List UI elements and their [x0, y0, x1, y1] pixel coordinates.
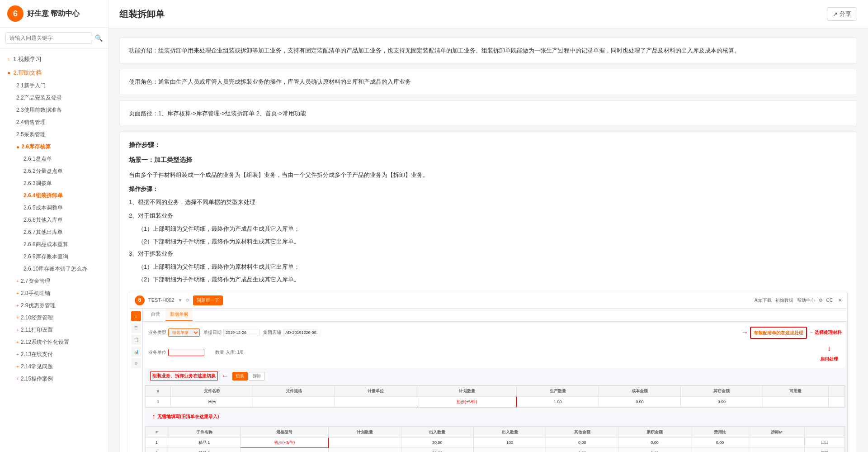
sidebar-header: 6 好生意 帮助中心	[0, 0, 108, 28]
scenario1-title: 场景一：加工类型选择	[129, 154, 848, 166]
mock-tab-new[interactable]: 新增单据	[165, 309, 193, 321]
annotation-type-switch: 组装业务、拆卸业务在这里切换	[150, 371, 218, 381]
sidebar: 6 好生意 帮助中心 🔍 + 1.视频学习 ● 2.帮助文档 2.1新手入门 2…	[0, 0, 108, 452]
sidebar-item-splitstock[interactable]: 2.6.2分量盘点单	[0, 165, 108, 177]
annotation-select-material: → 选择处理材料	[809, 328, 842, 337]
sidebar-item-finance[interactable]: + 2.7资金管理	[0, 275, 108, 287]
path-text: 页面路径：1、库存核算->库存管理->组装拆卸单 2、首页->常用功能	[129, 110, 306, 117]
annotation-bom: 有装配清单的在这里处理	[754, 330, 803, 335]
share-button[interactable]: ↗ 分享	[827, 7, 857, 21]
sidebar-item-sales[interactable]: 2.4销售管理	[0, 116, 108, 128]
mock-top-btn: 问题群一下	[193, 295, 223, 305]
sidebar-item-costrecalc[interactable]: 2.6.8商品成本重算	[0, 238, 108, 251]
search-input[interactable]	[5, 32, 92, 44]
app-title: 好生意 帮助中心	[27, 9, 80, 19]
sidebar-item-stockerror[interactable]: 2.6.10库存账本错了怎么办	[0, 263, 108, 275]
sidebar-item-stocktake[interactable]: 2.6.1盘点单	[0, 153, 108, 165]
scenario1-desc: 当由多个子件材料组装成一个成品的业务为【组装】业务，当由一个父件拆分成多个子产品…	[129, 170, 848, 180]
app-logo: 6	[7, 5, 24, 22]
mock-date-input[interactable]	[223, 329, 259, 336]
step3-2: （2）下部明细为子件明细，最终作为产成品生成其它入库单。	[129, 274, 848, 285]
role-text: 使用角色：通常由生产人员或库管人员完成拆装业务的操作，库管人员确认原材料的出库和…	[129, 78, 411, 85]
sidebar-item-docs[interactable]: ● 2.帮助文档	[0, 66, 108, 80]
sidebar-item-costadj[interactable]: 2.6.5成本调整单	[0, 202, 108, 214]
sidebar-item-payment[interactable]: + 2.13在线支付	[0, 348, 108, 361]
annotation-fill-hint: 无需地填写(旧清单在这里录入)	[157, 413, 219, 421]
sidebar-item-otheroutbound[interactable]: 2.6.7其他出库单	[0, 226, 108, 238]
main-area: 组装拆卸单 ↗ 分享 功能介绍：组装拆卸单用来处理企业组装或拆卸等加工业务，支持…	[108, 0, 868, 452]
mock-tab-self[interactable]: 自营	[146, 309, 165, 321]
sidebar-item-cases[interactable]: + 2.15操作案例	[0, 373, 108, 385]
steps-label: 操作步骤：	[129, 184, 848, 194]
mock-lower-table-container: # 子件名称 规格型号 计划数量 出入数量 出入数量 其他金额 累积金额	[145, 426, 845, 452]
sidebar-item-data[interactable]: 2.3使用前数据准备	[0, 104, 108, 116]
sidebar-item-faq[interactable]: + 2.14常见问题	[0, 361, 108, 373]
step3-1: （1）上部明细为父件明细，最终作为原材料生成其它出库单；	[129, 262, 848, 272]
mock-upper-table: # 父件名称 父件规格 计量单位 计划数量 生产数量 成本金额 其它金额	[145, 385, 845, 407]
sidebar-item-ops[interactable]: + 2.10经营管理	[0, 312, 108, 324]
share-icon: ↗	[833, 11, 838, 18]
sidebar-item-coupon[interactable]: + 2.9优惠券管理	[0, 300, 108, 312]
mock-business-type[interactable]: 组装单据 拆卸单据	[168, 328, 200, 337]
mock-assembly-btn[interactable]: 组装	[232, 372, 248, 381]
sidebar-item-new[interactable]: 2.1新手入门	[0, 80, 108, 92]
sidebar-item-transfer[interactable]: 2.6.3调拨单	[0, 177, 108, 190]
main-header: 组装拆卸单 ↗ 分享	[108, 0, 868, 29]
role-card: 使用角色：通常由生产人员或库管人员完成拆装业务的操作，库管人员确认原材料的出库和…	[119, 69, 857, 95]
mock-upper-table-container: # 父件名称 父件规格 计量单位 计划数量 生产数量 成本金额 其它金额	[145, 385, 845, 407]
mock-top-right: App下载 初始数据 帮助中心 ⚙ CC ✕	[755, 296, 842, 305]
sidebar-item-stockcheck[interactable]: 2.6.9库存账本查询	[0, 251, 108, 263]
search-box: 🔍	[0, 28, 108, 49]
page-title: 组装拆卸单	[119, 8, 165, 20]
mock-company: TEST-H002	[148, 296, 174, 305]
mock-lower-table: # 子件名称 规格型号 计划数量 出入数量 出入数量 其他金额 累积金额	[145, 427, 845, 452]
mock-disassembly-btn[interactable]: 拆卸	[249, 372, 265, 381]
sidebar-item-otherinbound[interactable]: 2.6.6其他入库单	[0, 214, 108, 226]
step2-1: （1）上部明细为父件明细，最终作为产成品生成其它入库单；	[129, 224, 848, 234]
mock-topbar: 6 TEST-H002 ▼ ⟳ 问题群一下 App下载 初始数据 帮助中心 ⚙ …	[129, 292, 847, 309]
mock-sidebar-icon-3: 📊	[131, 347, 141, 357]
step1: 1、根据不同的业务，选择不同单据的类型来处理	[129, 197, 848, 207]
screenshot-container: 6 TEST-H002 ▼ ⟳ 问题群一下 App下载 初始数据 帮助中心 ⚙ …	[129, 292, 848, 452]
step2: 2、对于组装业务	[129, 210, 848, 221]
sidebar-item-mobile[interactable]: + 2.8手机旺铺	[0, 287, 108, 300]
intro-text: 功能介绍：组装拆卸单用来处理企业组装或拆卸等加工业务，支持有固定装配清单的产品加…	[129, 47, 740, 54]
mock-sidebar-mini: ⌂ ☰ 📋 📊 ⚙	[129, 309, 143, 452]
mock-tab-bar: 自营 新增单据	[143, 309, 847, 322]
mock-logo: 6	[135, 295, 145, 305]
sidebar-item-customize[interactable]: + 2.12系统个性化设置	[0, 336, 108, 348]
nav-sub-docs: 2.1新手入门 2.2产品安装及登录 2.3使用前数据准备 2.4销售管理 2.…	[0, 80, 108, 385]
intro-card: 功能介绍：组装拆卸单用来处理企业组装或拆卸等加工业务，支持有固定装配清单的产品加…	[119, 38, 857, 63]
nav-tree: + 1.视频学习 ● 2.帮助文档 2.1新手入门 2.2产品安装及登录 2.3…	[0, 49, 108, 452]
mock-biz-unit[interactable]	[168, 349, 204, 356]
mock-main-area: ⌂ ☰ 📋 📊 ⚙ 自营 新增单据	[129, 309, 847, 452]
nav-sub-inventory: 2.6.1盘点单 2.6.2分量盘点单 2.6.3调拨单 2.6.4组装拆卸单 …	[0, 153, 108, 275]
main-content: 功能介绍：组装拆卸单用来处理企业组装或拆卸等加工业务，支持有固定装配清单的产品加…	[108, 29, 868, 452]
step2-2: （2）下部明细为子件明细，最终作为原材料生成其它出库单。	[129, 236, 848, 247]
sidebar-item-install[interactable]: 2.2产品安装及登录	[0, 92, 108, 104]
mock-shop-input[interactable]	[283, 329, 319, 336]
sidebar-item-videos[interactable]: + 1.视频学习	[0, 52, 108, 66]
mock-sidebar-icon-home: ⌂	[131, 311, 141, 321]
mock-sidebar-icon-2: 📋	[131, 335, 141, 345]
mock-content-area: 自营 新增单据 业务类型 组装单据	[143, 309, 847, 452]
step3: 3、对于拆装业务	[129, 248, 848, 259]
mock-sidebar-icon-1: ☰	[131, 323, 141, 333]
ops-title: 操作步骤：	[129, 139, 848, 151]
sidebar-item-assembly[interactable]: 2.6.4组装拆卸单	[0, 190, 108, 202]
instruction-card: 操作步骤： 场景一：加工类型选择 当由多个子件材料组装成一个成品的业务为【组装】…	[119, 132, 857, 452]
path-card: 页面路径：1、库存核算->库存管理->组装拆卸单 2、首页->常用功能	[119, 100, 857, 126]
mock-sidebar-icon-4: ⚙	[131, 358, 141, 368]
annotation-enable: 启用处理	[820, 355, 838, 363]
search-button[interactable]: 🔍	[95, 34, 103, 42]
sidebar-item-purchase[interactable]: 2.5采购管理	[0, 128, 108, 141]
sidebar-item-inventory[interactable]: ● 2.6库存核算	[0, 141, 108, 153]
sidebar-item-print[interactable]: + 2.11打印设置	[0, 324, 108, 336]
